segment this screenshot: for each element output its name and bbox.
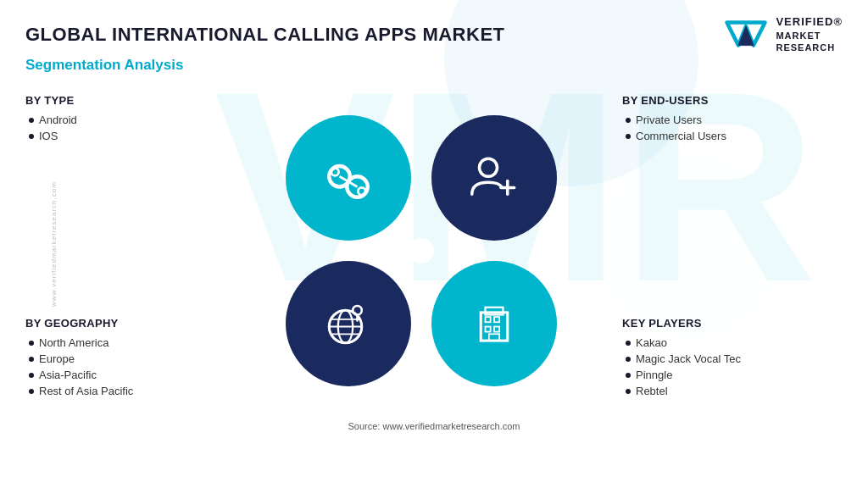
center-gap: [409, 238, 434, 263]
subtitle: Segmentation Analysis: [25, 57, 843, 74]
logo-area: VERIFIED® MARKET RESEARCH: [723, 15, 843, 53]
bullet-icon: [29, 341, 34, 346]
list-item: Commercial Users: [626, 128, 843, 144]
svg-rect-22: [494, 327, 499, 332]
content-area: BY TYPE Android IOS BY GEOGRAPHY North A…: [25, 86, 843, 416]
quadrant-top-left: [286, 115, 411, 241]
key-players-title: KEY PLAYERS: [622, 317, 843, 330]
building-icon: [465, 294, 524, 353]
svg-point-5: [331, 169, 339, 176]
svg-point-7: [480, 159, 498, 177]
logo-text: VERIFIED® MARKET RESEARCH: [776, 15, 843, 53]
page: VMR www.verifiedmarketresearch.com GLOBA…: [0, 0, 868, 488]
left-column: BY TYPE Android IOS BY GEOGRAPHY North A…: [25, 86, 220, 416]
by-geography-section: BY GEOGRAPHY North America Europe Asia-P…: [25, 317, 220, 399]
key-players-section: KEY PLAYERS Kakao Magic Jack Vocal Tec P…: [622, 317, 843, 399]
bullet-icon: [626, 341, 631, 346]
bullet-icon: [29, 134, 34, 139]
bullet-icon: [29, 373, 34, 378]
bullet-icon: [626, 389, 631, 394]
bullet-icon: [626, 373, 631, 378]
quadrant-bottom-left: [286, 261, 411, 386]
page-title: GLOBAL INTERNATIONAL CALLING APPS MARKET: [25, 24, 505, 46]
logo-line2: MARKET: [776, 30, 843, 42]
list-item: Europe: [29, 351, 220, 367]
by-end-users-section: BY END-USERS Private Users Commercial Us…: [622, 94, 843, 144]
list-item: Private Users: [626, 112, 843, 128]
by-type-title: BY TYPE: [25, 94, 220, 107]
center-diagram: [286, 115, 557, 386]
by-type-section: BY TYPE Android IOS: [25, 94, 220, 144]
globe-pin-icon: [319, 294, 378, 353]
bullet-icon: [29, 389, 34, 394]
svg-rect-20: [494, 318, 499, 323]
logo-line1: VERIFIED®: [776, 15, 843, 30]
list-item: Magic Jack Vocal Tec: [626, 351, 843, 367]
list-item: Asia-Pacific: [29, 367, 220, 383]
by-geography-list: North America Europe Asia-Pacific Rest o…: [25, 335, 220, 399]
svg-point-15: [353, 306, 362, 315]
user-plus-icon: [465, 148, 524, 208]
by-type-list: Android IOS: [25, 112, 220, 144]
quadrant-top-right: [431, 115, 557, 241]
svg-rect-21: [486, 327, 491, 332]
source-line: Source: www.verifiedmarketresearch.com: [25, 421, 843, 431]
list-item: Pinngle: [626, 367, 843, 383]
bullet-icon: [29, 118, 34, 123]
list-item: Rest of Asia Pacific: [29, 383, 220, 399]
svg-rect-19: [486, 318, 491, 323]
vmr-logo-icon: [723, 19, 769, 51]
by-end-users-list: Private Users Commercial Users: [622, 112, 843, 144]
list-item: Kakao: [626, 335, 843, 351]
bullet-icon: [29, 357, 34, 362]
by-geography-title: BY GEOGRAPHY: [25, 317, 220, 330]
bullet-icon: [626, 118, 631, 123]
svg-point-6: [358, 188, 365, 196]
header-row: GLOBAL INTERNATIONAL CALLING APPS MARKET…: [25, 15, 843, 53]
bullet-icon: [626, 134, 631, 139]
phone-chains-icon: [319, 148, 378, 208]
list-item: Rebtel: [626, 383, 843, 399]
key-players-list: Kakao Magic Jack Vocal Tec Pinngle Rebte…: [622, 335, 843, 399]
list-item: Android: [29, 112, 220, 128]
by-end-users-title: BY END-USERS: [622, 94, 843, 107]
logo-line3: RESEARCH: [776, 42, 843, 53]
list-item: IOS: [29, 128, 220, 144]
quadrant-bottom-right: [431, 261, 557, 386]
right-column: BY END-USERS Private Users Commercial Us…: [622, 86, 843, 416]
bullet-icon: [626, 357, 631, 362]
list-item: North America: [29, 335, 220, 351]
